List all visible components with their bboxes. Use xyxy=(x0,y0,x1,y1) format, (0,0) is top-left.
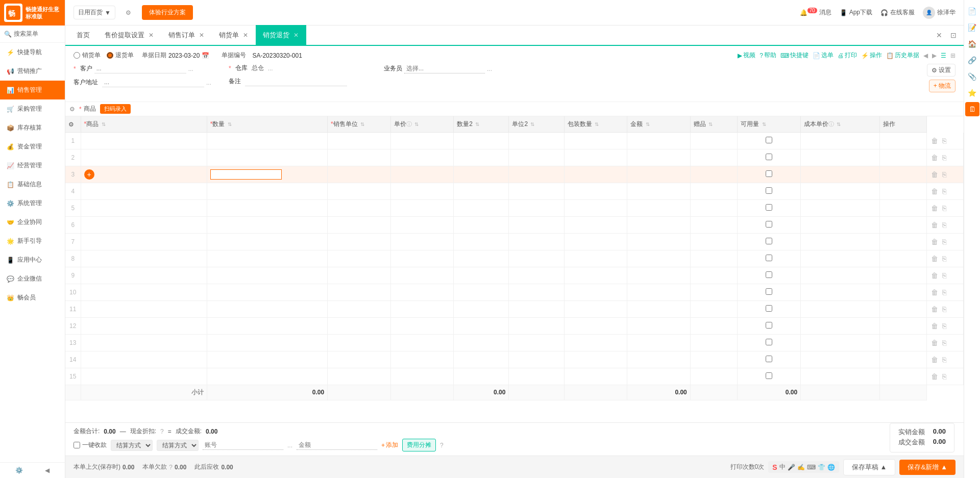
cost-price-help-icon[interactable]: ⓘ xyxy=(828,121,834,127)
row-price-cell[interactable] xyxy=(454,284,509,300)
industry-dropdown[interactable]: 日用百货 ▼ xyxy=(74,6,115,19)
row-pack-cell[interactable] xyxy=(627,300,691,317)
sidebar-item-newbie[interactable]: 🌟 新手引导 xyxy=(0,232,65,250)
row-unit2-cell[interactable] xyxy=(564,351,627,368)
delete-row-btn[interactable]: 🗑 xyxy=(930,287,939,297)
close-tab-btn[interactable]: ✕ xyxy=(933,29,945,41)
gift-checkbox[interactable] xyxy=(766,372,772,379)
delete-row-btn[interactable]: 🗑 xyxy=(930,270,939,281)
row-price-cell[interactable] xyxy=(454,317,509,334)
delete-row-btn[interactable]: 🗑 xyxy=(930,338,939,348)
sogou-icon4[interactable]: ⌨ xyxy=(807,464,816,471)
tab-return[interactable]: 销货退货 ✕ xyxy=(256,25,306,45)
table-settings-icon[interactable]: ⚙ xyxy=(69,106,75,113)
copy-row-btn[interactable]: ⎘ xyxy=(941,304,947,314)
row-pack-cell[interactable] xyxy=(627,233,691,250)
row-unit2-cell[interactable] xyxy=(564,216,627,233)
row-cost-cell[interactable] xyxy=(879,250,927,267)
right-panel-clip-icon[interactable]: 📎 xyxy=(965,69,979,84)
row-amount-cell[interactable] xyxy=(690,250,738,267)
sort-unit-price-icon[interactable]: ⇅ xyxy=(414,122,419,127)
scan-button[interactable]: 扫码录入 xyxy=(100,104,131,114)
row-qty-cell[interactable] xyxy=(328,166,391,183)
row-amount-cell[interactable] xyxy=(690,284,738,300)
delete-row-btn[interactable]: 🗑 xyxy=(930,203,939,213)
remark-input[interactable] xyxy=(245,77,347,86)
row-unit2-cell[interactable] xyxy=(564,149,627,166)
right-panel-calendar-icon[interactable]: 🗓 xyxy=(965,102,979,116)
tab-home[interactable]: 首页 xyxy=(69,25,97,45)
right-panel-doc-icon[interactable]: 📄 xyxy=(965,4,979,18)
calc-method-select[interactable]: 结算方式 xyxy=(157,440,199,451)
right-panel-home-icon[interactable]: 🏠 xyxy=(965,37,979,51)
gift-checkbox[interactable] xyxy=(766,187,772,194)
row-qty-cell[interactable] xyxy=(328,334,391,351)
topbar-settings-icon[interactable]: ⚙ xyxy=(121,6,136,20)
right-panel-star-icon[interactable]: ⭐ xyxy=(965,86,979,100)
row-unit-cell[interactable] xyxy=(390,368,454,385)
expand-tab-btn[interactable]: ⊡ xyxy=(947,29,960,41)
row-unit2-cell[interactable] xyxy=(564,233,627,250)
row-available-cell[interactable] xyxy=(801,351,880,368)
customer-input[interactable] xyxy=(94,64,186,73)
row-unit2-cell[interactable] xyxy=(564,267,627,284)
gift-checkbox[interactable] xyxy=(766,305,772,312)
row-available-cell[interactable] xyxy=(801,216,880,233)
gift-checkbox[interactable] xyxy=(766,356,772,362)
delete-row-btn[interactable]: 🗑 xyxy=(930,321,939,331)
row-qty-cell[interactable] xyxy=(328,351,391,368)
row-qty-cell[interactable] xyxy=(328,250,391,267)
gift-checkbox[interactable] xyxy=(766,137,772,143)
row-amount-cell[interactable] xyxy=(690,216,738,233)
tab-price-extract-close[interactable]: ✕ xyxy=(149,32,154,39)
tab-sales-order[interactable]: 销售订单 ✕ xyxy=(161,25,212,45)
row-pack-cell[interactable] xyxy=(627,133,691,149)
save-draft-button[interactable]: 保存草稿 ▲ xyxy=(843,459,896,475)
sidebar-item-member[interactable]: 👑 畅会员 xyxy=(0,288,65,307)
account-more-icon[interactable]: ... xyxy=(287,442,292,449)
staff-more-icon[interactable]: ... xyxy=(487,65,492,72)
history-action[interactable]: 📋 历史单据 xyxy=(886,51,919,60)
row-unit-cell[interactable] xyxy=(390,317,454,334)
row-unit-cell[interactable] xyxy=(390,250,454,267)
product-input[interactable] xyxy=(210,169,282,180)
sidebar-item-system[interactable]: ⚙️ 系统管理 xyxy=(0,194,65,213)
row-price-cell[interactable] xyxy=(454,351,509,368)
row-qty2-cell[interactable] xyxy=(509,250,564,267)
debt-help-icon[interactable]: ? xyxy=(169,464,173,471)
collapse-icon[interactable]: ◀ xyxy=(45,467,50,474)
gift-checkbox[interactable] xyxy=(766,204,772,211)
row-unit-cell[interactable] xyxy=(390,133,454,149)
row-price-cell[interactable] xyxy=(454,233,509,250)
copy-row-btn[interactable]: ⎘ xyxy=(941,287,947,297)
fee-help-icon[interactable]: ? xyxy=(440,442,444,449)
tab-sales-order-close[interactable]: ✕ xyxy=(199,32,204,39)
row-available-cell[interactable] xyxy=(801,267,880,284)
row-unit2-cell[interactable] xyxy=(564,166,627,183)
gift-checkbox[interactable] xyxy=(766,288,772,295)
unit-price-help-icon[interactable]: ⓘ xyxy=(406,121,412,127)
row-amount-cell[interactable] xyxy=(690,166,738,183)
account-input[interactable] xyxy=(203,440,283,450)
sort-unit2-icon[interactable]: ⇅ xyxy=(530,122,534,127)
row-amount-cell[interactable] xyxy=(690,334,738,351)
nav-prev-icon[interactable]: ◀ xyxy=(923,52,928,59)
row-unit-cell[interactable] xyxy=(390,284,454,300)
row-cost-cell[interactable] xyxy=(879,284,927,300)
row-available-cell[interactable] xyxy=(801,300,880,317)
sidebar-item-sales[interactable]: 📊 销售管理 xyxy=(0,81,65,99)
row-amount-cell[interactable] xyxy=(690,300,738,317)
row-cost-cell[interactable] xyxy=(879,216,927,233)
sort-quantity-icon[interactable]: ⇅ xyxy=(228,122,232,127)
row-amount-cell[interactable] xyxy=(690,351,738,368)
row-cost-cell[interactable] xyxy=(879,317,927,334)
row-qty-cell[interactable] xyxy=(328,300,391,317)
sort-pack-qty-icon[interactable]: ⇅ xyxy=(595,122,599,127)
row-unit-cell[interactable] xyxy=(390,166,454,183)
sidebar-item-basics[interactable]: 📋 基础信息 xyxy=(0,175,65,194)
radio-sale[interactable] xyxy=(74,52,80,59)
add-row-btn[interactable]: + xyxy=(84,169,94,180)
row-unit-cell[interactable] xyxy=(390,334,454,351)
row-pack-cell[interactable] xyxy=(627,368,691,385)
row-unit-cell[interactable] xyxy=(390,267,454,284)
